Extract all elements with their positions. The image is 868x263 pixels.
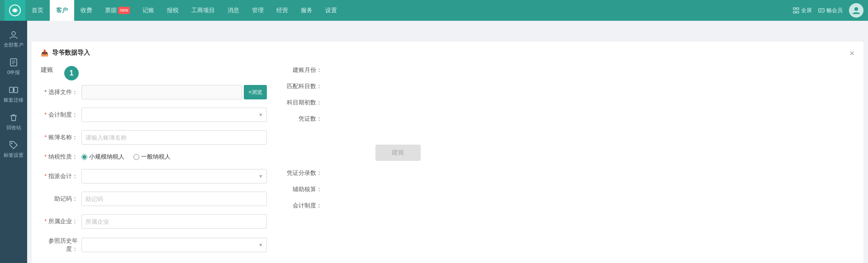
- history-select[interactable]: [81, 238, 267, 252]
- memo-input[interactable]: [81, 192, 267, 206]
- ledger-row: 账簿名称：: [41, 130, 267, 145]
- avatar[interactable]: [849, 3, 863, 18]
- nav-item-manage[interactable]: 管理: [246, 0, 270, 21]
- form-layout: 建账 1 * 选择文件： +浏览 会计制度：: [41, 66, 854, 261]
- nav-item-invoice[interactable]: 票据 new: [99, 0, 136, 21]
- form-right: 建账月份： 匹配科目数： 科目期初数： 凭证数： 建账: [285, 66, 421, 261]
- company-label: 所属企业：: [41, 217, 81, 225]
- form-left: 建账 1 * 选择文件： +浏览 会计制度：: [41, 66, 267, 261]
- sidebar-label: 全部客户: [4, 42, 24, 48]
- memo-label: 助记码：: [41, 195, 81, 203]
- svg-rect-5: [797, 11, 799, 13]
- page-title: 📥 导爷数据导入: [41, 49, 854, 57]
- logo[interactable]: [5, 0, 25, 21]
- page-title-icon: 📥: [41, 49, 48, 56]
- sidebar-item-declare[interactable]: 0申报: [0, 53, 27, 80]
- tax-row: 纳税性质： 小规模纳税人 一般纳税人: [41, 153, 267, 161]
- right-voucher-entries-label: 凭证分录数：: [285, 169, 326, 177]
- right-month-label: 建账月份：: [285, 66, 326, 74]
- tax-general-input[interactable]: [133, 154, 139, 160]
- nav-menu: 首页 客户 收费 票据 new 记账 报税 工商项目 消息 管理 经营 服务 设…: [25, 0, 343, 21]
- file-row: * 选择文件： +浏览: [41, 85, 267, 99]
- memo-row: 助记码：: [41, 192, 267, 206]
- svg-rect-6: [819, 9, 824, 12]
- history-select-wrap: ▼: [81, 238, 267, 252]
- fullscreen-button[interactable]: 全屏: [793, 7, 812, 14]
- sidebar-item-all-clients[interactable]: 全部客户: [0, 25, 27, 53]
- right-match-label: 匹配科目数：: [285, 82, 326, 90]
- right-voucher-row: 凭证数：: [285, 115, 421, 123]
- top-navigation: 首页 客户 收费 票据 new 记账 报税 工商项目 消息 管理 经营 服务 设…: [0, 0, 868, 21]
- nav-item-operation[interactable]: 经营: [270, 0, 294, 21]
- nav-item-client[interactable]: 客户: [50, 0, 74, 21]
- nav-item-message[interactable]: 消息: [221, 0, 246, 21]
- svg-point-12: [11, 143, 13, 144]
- accounting-label: 会计制度：: [41, 111, 81, 119]
- svg-rect-2: [793, 8, 796, 9]
- page-container: 📥 导爷数据导入 × 建账 1 * 选择文件： +浏览: [32, 42, 863, 263]
- nav-item-service[interactable]: 服务: [294, 0, 319, 21]
- nav-item-business[interactable]: 工商项目: [185, 0, 221, 21]
- build-account-button[interactable]: 建账: [375, 145, 421, 161]
- file-input[interactable]: [81, 85, 242, 99]
- page-title-text: 导爷数据导入: [52, 49, 90, 57]
- svg-rect-3: [797, 8, 799, 9]
- main-content: 📥 导爷数据导入 × 建账 1 * 选择文件： +浏览: [27, 42, 868, 263]
- tax-small-input[interactable]: [81, 154, 87, 160]
- sidebar-label: 回收站: [6, 124, 21, 131]
- accountant-row: 指派会计： ▼: [41, 169, 267, 183]
- right-month-row: 建账月份：: [285, 66, 421, 74]
- close-button[interactable]: ×: [849, 49, 854, 58]
- right-voucher-entries-row: 凭证分录数：: [285, 169, 421, 177]
- sidebar-item-migrate[interactable]: 账套迁移: [0, 80, 27, 108]
- tax-small-label: 小规模纳税人: [89, 153, 124, 161]
- sidebar-item-trash[interactable]: 回收站: [0, 108, 27, 136]
- history-row: 参照历史年度： ▼: [41, 237, 267, 253]
- accounting-select-wrap: ▼: [81, 108, 267, 122]
- tax-small-radio[interactable]: 小规模纳税人: [81, 153, 124, 161]
- sidebar-item-tags[interactable]: 标签设置: [0, 136, 27, 163]
- tax-label: 纳税性质：: [41, 153, 81, 161]
- svg-point-8: [12, 32, 15, 35]
- nav-item-home[interactable]: 首页: [25, 0, 50, 21]
- nav-item-tax[interactable]: 报税: [161, 0, 185, 21]
- svg-point-1: [14, 9, 16, 12]
- right-match-row: 匹配科目数：: [285, 82, 421, 90]
- step-indicator: 建账 1: [41, 66, 267, 80]
- right-auxiliary-label: 辅助核算：: [285, 185, 326, 193]
- svg-rect-4: [793, 11, 796, 13]
- tax-radio-group: 小规模纳税人 一般纳税人: [81, 153, 267, 161]
- nav-item-bookkeeping[interactable]: 记账: [136, 0, 161, 21]
- accountant-select-wrap: ▼: [81, 169, 267, 183]
- file-label: * 选择文件：: [41, 88, 81, 96]
- ledger-input[interactable]: [81, 130, 267, 145]
- nav-item-fee[interactable]: 收费: [74, 0, 99, 21]
- tax-general-label: 一般纳税人: [141, 153, 171, 161]
- right-period-label: 科目期初数：: [285, 99, 326, 107]
- sidebar-label: 0申报: [7, 69, 20, 76]
- accounting-select[interactable]: [81, 108, 267, 122]
- sidebar: 全部客户 0申报 账套迁移 回收站 标签设置: [0, 21, 27, 263]
- ledger-label: 账簿名称：: [41, 133, 81, 141]
- step-label: 建账: [41, 66, 53, 74]
- accountant-label: 指派会计：: [41, 172, 81, 180]
- member-button[interactable]: 畅会员: [818, 7, 843, 14]
- accountant-select[interactable]: [81, 169, 267, 183]
- right-accounting-system-label: 会计制度：: [285, 202, 326, 210]
- file-input-group: +浏览: [81, 85, 267, 99]
- accounting-row: 会计制度： ▼: [41, 108, 267, 122]
- svg-point-7: [854, 7, 858, 11]
- right-voucher-label: 凭证数：: [285, 115, 326, 123]
- member-label: 畅会员: [826, 7, 843, 14]
- browse-button[interactable]: +浏览: [244, 85, 267, 99]
- history-label: 参照历史年度：: [41, 237, 81, 253]
- sidebar-label: 标签设置: [4, 152, 24, 159]
- tax-general-radio[interactable]: 一般纳税人: [133, 153, 171, 161]
- svg-rect-10: [9, 87, 13, 93]
- step-circle: 1: [64, 66, 79, 80]
- nav-item-settings[interactable]: 设置: [319, 0, 343, 21]
- new-badge: new: [118, 7, 130, 14]
- sidebar-label: 账套迁移: [4, 97, 24, 103]
- company-input[interactable]: [81, 214, 267, 229]
- company-row: 所属企业：: [41, 214, 267, 229]
